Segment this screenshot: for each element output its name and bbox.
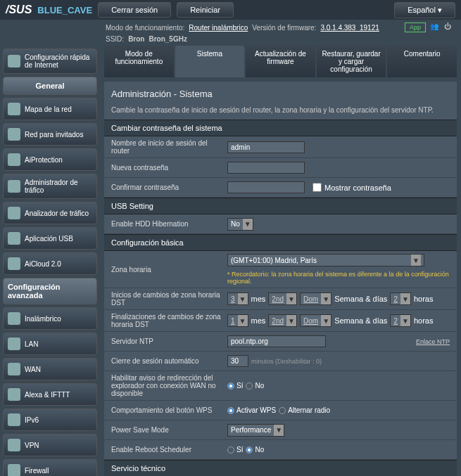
wps-activate[interactable]: Activar WPS — [227, 406, 276, 414]
powersave-select[interactable]: Performance▼ — [227, 424, 284, 437]
dst2-week[interactable]: 2nd▼ — [268, 314, 297, 327]
tab-feedback[interactable]: Comentario — [387, 46, 457, 77]
login-label: Nombre de inicio de sesión del router — [111, 139, 227, 155]
dst2-day[interactable]: Dom▼ — [300, 314, 331, 327]
ssid-label: SSID: — [106, 35, 124, 43]
sidebar-item-lan[interactable]: LAN — [3, 333, 97, 355]
tab-restore[interactable]: Restaurar, guardar y cargar configuració… — [317, 46, 386, 77]
page-title: Administración - Sistema — [104, 82, 457, 106]
sidebar-item-wan[interactable]: WAN — [3, 358, 97, 380]
dst1-hour[interactable]: 2▼ — [390, 292, 411, 305]
showpw-label: Mostrar contraseña — [324, 184, 391, 192]
dst2-hour[interactable]: 2▼ — [390, 314, 411, 327]
dst1-week[interactable]: 2nd▼ — [268, 292, 297, 305]
ntp-input[interactable] — [227, 335, 326, 347]
power-icon[interactable]: ⏻ — [444, 22, 454, 32]
mode-label: Modo de funcionamiento: — [106, 24, 184, 32]
tab-firmware[interactable]: Actualización de firmware — [246, 46, 315, 77]
autologout-input[interactable] — [227, 355, 248, 367]
sidebar-advanced-header: Configuración avanzada — [3, 278, 97, 304]
ssid-1: Bron — [128, 35, 144, 43]
sidebar-item-guest[interactable]: Red para invitados — [3, 123, 97, 146]
wan-no[interactable]: No — [246, 382, 264, 390]
model-name: BLUE_CAVE — [37, 5, 92, 15]
reboot-yes[interactable]: Sí — [227, 446, 243, 454]
section-password: Cambiar contraseña del sistema — [104, 120, 457, 136]
ntp-link[interactable]: Enlace NTP — [416, 338, 450, 345]
sidebar-item-traffic-admin[interactable]: Administrador de tráfico — [3, 174, 97, 199]
hdd-label: Enable HDD Hibernation — [111, 220, 227, 228]
fw-link[interactable]: 3.0.1.4.383_19121 — [320, 24, 379, 32]
dst1-day[interactable]: Dom▼ — [300, 292, 331, 305]
tz-note: * Recordatorio: la zona horaria del sist… — [227, 271, 450, 285]
newpw-input[interactable] — [227, 162, 305, 174]
sidebar-item-ipv6[interactable]: IPv6 — [3, 409, 97, 431]
login-input[interactable] — [227, 141, 305, 153]
autologout-label: Cierre de sesión automático — [111, 357, 227, 365]
page-desc: Cambie la contraseña de inicio de sesión… — [104, 106, 457, 120]
dst-start-label: Inicios de cambios de zona horaria DST — [111, 291, 227, 307]
autologout-sub: minutos (Deshabilitar : 0) — [251, 358, 322, 365]
conpw-input[interactable] — [227, 181, 305, 193]
wan-redirect-label: Habilitar aviso de redirección del explo… — [111, 374, 227, 397]
sidebar-general-header: General — [3, 77, 97, 95]
dst2-month[interactable]: 1▼ — [227, 314, 248, 327]
user-icon[interactable]: 👥 — [430, 22, 440, 32]
tab-opmode[interactable]: Modo de funcionamiento — [104, 46, 174, 77]
conpw-label: Confirmar contraseña — [111, 184, 227, 191]
sidebar-item-usb[interactable]: Aplicación USB — [3, 227, 97, 250]
section-usb: USB Setting — [104, 198, 457, 214]
sidebar-quick-setup[interactable]: Configuración rápida de Internet — [3, 49, 97, 74]
dst1-month[interactable]: 3▼ — [227, 292, 248, 305]
dst-end-label: Finalizaciones de cambios de zona horari… — [111, 313, 227, 328]
reboot-sched-label: Enable Reboot Scheduler — [111, 446, 227, 454]
wan-yes[interactable]: Sí — [227, 382, 243, 390]
section-basic: Configuración básica — [104, 234, 457, 251]
tz-select[interactable]: (GMT+01:00) Madrid, París▼ — [227, 254, 424, 266]
sidebar-item-aiprotection[interactable]: AiProtection — [3, 148, 97, 171]
logout-button[interactable]: Cerrar sesión — [98, 2, 171, 18]
ntp-label: Servidor NTP — [111, 337, 227, 345]
sidebar-item-traffic-analyzer[interactable]: Analizador de tráfico — [3, 202, 97, 224]
showpw-check[interactable] — [312, 183, 322, 192]
wps-toggle[interactable]: Alternar radio — [279, 406, 330, 414]
fw-label: Versión de firmware: — [252, 24, 316, 32]
sidebar-item-networkmap[interactable]: Mapa de la red — [3, 98, 97, 120]
language-select[interactable]: Español ▾ — [394, 2, 455, 18]
tab-system[interactable]: Sistema — [175, 46, 245, 77]
tz-label: Zona horaria — [111, 266, 227, 274]
newpw-label: Nueva contraseña — [111, 164, 227, 172]
sidebar-item-wireless[interactable]: Inalámbrico — [3, 307, 97, 330]
reboot-no[interactable]: No — [246, 446, 264, 454]
ssid-2: Bron_5GHz — [149, 35, 187, 43]
section-service: Servicio técnico — [104, 460, 457, 476]
logo: /SUS — [6, 4, 32, 16]
sidebar-item-aicloud[interactable]: AiCloud 2.0 — [3, 252, 97, 275]
wps-label: Comportamiento del botón WPS — [111, 406, 227, 414]
hdd-select[interactable]: No▼ — [227, 218, 253, 231]
mode-link[interactable]: Router inalámbrico — [189, 24, 248, 32]
powersave-label: Power Save Mode — [111, 426, 227, 434]
reboot-button[interactable]: Reiniciar — [177, 2, 234, 18]
sidebar-item-firewall[interactable]: Firewall — [3, 459, 97, 476]
sidebar-item-alexa[interactable]: Alexa & IFTTT — [3, 383, 97, 406]
sidebar-item-vpn[interactable]: VPN — [3, 434, 97, 456]
app-badge[interactable]: App — [405, 22, 426, 32]
